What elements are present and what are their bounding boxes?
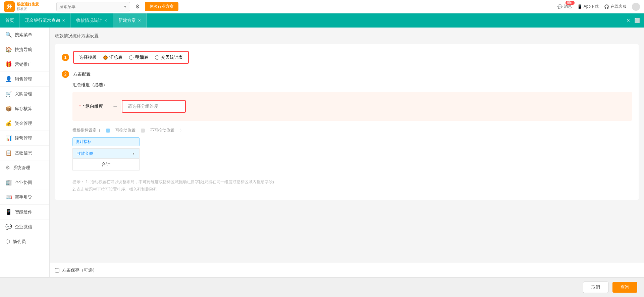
- app-download-button[interactable]: 📱 App下载: [577, 4, 599, 9]
- mobile-icon: 📱: [5, 209, 12, 215]
- dropdown-icon[interactable]: ▼: [123, 4, 127, 9]
- clipboard-icon: 📋: [5, 150, 12, 156]
- step1-row: 1 选择模板 汇总表 明细表: [62, 51, 632, 64]
- sidebar-item-basic[interactable]: 📋 基础信息: [0, 146, 49, 160]
- sidebar-item-finance[interactable]: 💰 资金管理: [0, 116, 49, 131]
- config-section: 汇总维度（必选） * * 纵向维度 → 请选择分组维度 模板指标设定（: [72, 82, 632, 193]
- arrow-icon: →: [112, 103, 118, 109]
- search-icon: 🔍: [5, 32, 12, 38]
- radio-crosstab-input[interactable]: [155, 55, 159, 60]
- step1-number: 1: [62, 54, 69, 61]
- sidebar-item-wechat[interactable]: 💬 企业微信: [0, 219, 49, 234]
- logo-icon: 好: [4, 1, 15, 12]
- sidebar-item-purchase[interactable]: 🛒 采购管理: [0, 87, 49, 101]
- save-option-label[interactable]: 方案保存（可选）: [62, 267, 97, 273]
- book-icon: 📖: [5, 194, 12, 200]
- dimension-area: * * 纵向维度 → 请选择分组维度: [72, 92, 632, 121]
- tab-actions: ✕ ⬜: [622, 18, 644, 23]
- tip-line2: 2. 点击标题栏下拉可设置排序、插入列和删除列: [72, 186, 632, 193]
- step1-label: 选择模板: [79, 54, 97, 60]
- content-area: 收款情况统计方案设置 1 选择模板 汇总表: [50, 28, 644, 277]
- sidebar-item-marketing[interactable]: 🎁 营销推广: [0, 57, 49, 72]
- tab-new-plan[interactable]: 新建方案 ✕: [113, 13, 147, 28]
- save-option-row: 方案保存（可选）: [50, 263, 644, 277]
- tab-home[interactable]: 首页: [0, 13, 20, 28]
- sidebar-item-hardware[interactable]: 📱 智能硬件: [0, 205, 49, 219]
- header-right: 💬 消息 99+ 📱 App下载 🎧 在线客服: [557, 3, 640, 11]
- gear-button[interactable]: ⚙: [133, 2, 142, 11]
- breadcrumb: 收款情况统计方案设置: [55, 33, 639, 39]
- draggable-dot-gray: [141, 129, 145, 133]
- main-layout: 🔍 搜索菜单 🏠 快捷导航 🎁 营销推广 👤 销售管理 🛒 采购管理 📦 库存核…: [0, 28, 644, 277]
- tab-close-cash-flow[interactable]: ✕: [62, 18, 65, 23]
- step2-row: 2 方案配置: [62, 70, 632, 78]
- metrics-config-suffix: ）: [180, 128, 184, 133]
- draggable-legend: 模板指标设定（ 可拖动位置 不可拖动位置 ）: [72, 128, 632, 133]
- message-icon: 💬: [557, 4, 562, 9]
- building-icon: 🏢: [5, 179, 12, 186]
- save-checkbox[interactable]: [55, 268, 59, 273]
- radio-detail[interactable]: 明细表: [129, 54, 148, 60]
- messages-badge: 99+: [566, 1, 575, 5]
- radio-summary-input[interactable]: [103, 55, 108, 60]
- main-card: 1 选择模板 汇总表 明细表: [55, 44, 639, 200]
- service-icon: 🎧: [604, 4, 609, 9]
- dimension-select[interactable]: 请选择分组维度: [122, 100, 186, 113]
- metric-total-row: 合计: [73, 159, 139, 170]
- sidebar-item-guide[interactable]: 📖 新手引导: [0, 190, 49, 205]
- sidebar-item-enterprise[interactable]: 🏢 企业协同: [0, 175, 49, 190]
- dropdown-arrow-icon[interactable]: ▼: [132, 152, 135, 155]
- online-service-button[interactable]: 🎧 在线客服: [604, 4, 627, 9]
- box-icon: 📦: [5, 105, 12, 112]
- required-star: *: [79, 104, 81, 109]
- radio-crosstab[interactable]: 交叉统计表: [155, 54, 183, 60]
- sidebar-item-system[interactable]: ⚙ 系统管理: [0, 160, 49, 175]
- home-icon: 🏠: [5, 46, 12, 53]
- gift-icon: 🎁: [5, 61, 12, 67]
- member-icon: ⬡: [5, 238, 10, 245]
- user-avatar[interactable]: [632, 3, 640, 11]
- sidebar-item-member[interactable]: ⬡ 畅会员: [0, 234, 49, 249]
- stats-section-label: 统计指标: [72, 137, 140, 146]
- chart-icon: 📊: [5, 135, 12, 141]
- radio-detail-input[interactable]: [129, 55, 133, 60]
- dimension-title: 汇总维度（必选）: [72, 82, 632, 88]
- messages-button[interactable]: 💬 消息 99+: [557, 4, 572, 9]
- search-bar-area[interactable]: ▼: [56, 2, 130, 11]
- radio-group-template: 汇总表 明细表 交叉统计表: [103, 54, 183, 60]
- trial-button[interactable]: 体验行业方案: [145, 2, 178, 11]
- settings-icon: ⚙: [5, 164, 10, 171]
- step2-label: 方案配置: [73, 71, 91, 77]
- sidebar-item-search[interactable]: 🔍 搜索菜单: [0, 28, 49, 42]
- cancel-button[interactable]: 取消: [583, 282, 608, 293]
- app-icon: 📱: [577, 4, 582, 9]
- stats-metrics-col: 统计指标 收款金额 ▼ 合计: [72, 137, 140, 170]
- sidebar-item-operation[interactable]: 📊 经营管理: [0, 131, 49, 146]
- metric-header-row[interactable]: 收款金额 ▼: [73, 149, 139, 159]
- close-window-button[interactable]: ✕: [626, 18, 630, 23]
- query-button[interactable]: 查询: [612, 282, 637, 293]
- logo-text: 畅捷通好生意 标准版: [17, 2, 39, 11]
- tips-area: 提示： 1. 拖动标题栏可以调整布局，不可跨维度或指标区域拖动栏目字段(只能在同…: [72, 179, 632, 193]
- tab-close-new-plan[interactable]: ✕: [138, 18, 141, 23]
- nav-tabs: 首页 现金银行流水查询 ✕ 收款情况统计 ✕ 新建方案 ✕ ✕ ⬜: [0, 13, 644, 28]
- search-input[interactable]: [59, 4, 123, 9]
- cart-icon: 🛒: [5, 91, 12, 97]
- sidebar-item-sales[interactable]: 👤 销售管理: [0, 72, 49, 87]
- money-icon: 💰: [5, 120, 12, 127]
- top-header: 好 畅捷通好生意 标准版 ▼ ⚙ 体验行业方案 💬 消息 99+ 📱 App下载…: [0, 0, 644, 13]
- metrics-table-container: 统计指标 收款金额 ▼ 合计: [72, 137, 632, 170]
- radio-summary[interactable]: 汇总表: [103, 54, 122, 60]
- sidebar-item-inventory[interactable]: 📦 库存核算: [0, 101, 49, 116]
- chat-icon: 💬: [5, 224, 12, 230]
- page-content: 收款情况统计方案设置 1 选择模板 汇总表: [50, 28, 644, 263]
- maximize-button[interactable]: ⬜: [634, 18, 640, 23]
- tab-receipt-stats[interactable]: 收款情况统计 ✕: [71, 13, 113, 28]
- sidebar-item-quick-nav[interactable]: 🏠 快捷导航: [0, 42, 49, 57]
- template-select-box: 选择模板 汇总表 明细表: [73, 51, 189, 64]
- tab-close-receipt-stats[interactable]: ✕: [104, 18, 107, 23]
- logo-area: 好 畅捷通好生意 标准版: [4, 1, 54, 12]
- tab-cash-flow[interactable]: 现金银行流水查询 ✕: [20, 13, 71, 28]
- tip-line1: 提示： 1. 拖动标题栏可以调整布局，不可跨维度或指标区域拖动栏目字段(只能在同…: [72, 179, 632, 186]
- draggable-dot-blue: [106, 129, 110, 133]
